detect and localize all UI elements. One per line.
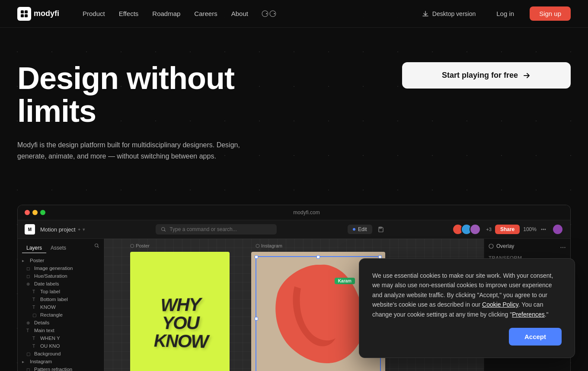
poster-frame-label: ⬡ Poster — [130, 243, 150, 249]
layer-pattern[interactable]: ◻ Pattern refraction — [18, 365, 104, 371]
maximize-traffic-light[interactable] — [40, 210, 45, 215]
nav-careers[interactable]: Careers — [188, 7, 223, 20]
close-traffic-light[interactable] — [25, 210, 30, 215]
layer-text-icon: T — [32, 305, 38, 310]
nav-effects[interactable]: Effects — [113, 7, 145, 20]
current-user-avatar — [552, 224, 563, 235]
layer-arrow-icon: ▸ — [22, 359, 27, 364]
cookie-actions: Accept — [372, 328, 562, 346]
nav-product[interactable]: Product — [77, 7, 111, 20]
toolbar-right: +3 Share 100% — [455, 224, 563, 235]
svg-point-7 — [544, 229, 546, 230]
layer-hue-sat-1[interactable]: ◻ Hue/Saturation — [18, 272, 104, 280]
user-cursor-badge: Karam — [335, 278, 355, 284]
layer-rectangle[interactable]: ▢ Rectangle — [18, 311, 104, 319]
poster-art-text: WHYYOUKNOW — [153, 295, 208, 352]
nav-right: Desktop version Log in Sign up — [417, 6, 571, 21]
layer-poster[interactable]: ▸ Poster — [18, 257, 104, 264]
project-name: Motion project ✦ ▾ — [40, 226, 85, 233]
overlay-icon — [489, 244, 494, 249]
logo-icon — [17, 7, 31, 21]
layer-text-icon: T — [32, 336, 38, 341]
edit-indicator — [353, 228, 355, 231]
layer-know[interactable]: T KNOW — [18, 303, 104, 311]
hero-headline: Design without limits — [17, 62, 320, 127]
selection-handle-ml[interactable] — [255, 317, 258, 320]
selection-handle-tm[interactable] — [316, 255, 320, 259]
selection-handle-tl[interactable] — [255, 255, 258, 259]
app-logo-small: M — [25, 224, 35, 235]
app-toolbar: M Motion project ✦ ▾ Type a command or s… — [18, 220, 570, 239]
layer-when-y[interactable]: T WHEN Y — [18, 334, 104, 342]
logo[interactable]: modyfi — [17, 7, 59, 21]
layer-type-icon: ◻ — [26, 274, 32, 279]
desktop-version-button[interactable]: Desktop version — [417, 8, 481, 20]
layer-date-labels[interactable]: ⊕ Date labels — [18, 280, 104, 288]
layer-text-icon: T — [32, 289, 38, 294]
search-icon — [161, 227, 166, 232]
layer-ou-kno[interactable]: T OU KNO — [18, 342, 104, 350]
collaborator-avatars — [455, 224, 481, 235]
svg-point-12 — [562, 247, 563, 248]
cookie-policy-link[interactable]: Cookie Policy — [482, 301, 518, 308]
cta-button[interactable]: Start playing for free — [402, 62, 571, 89]
more-icon[interactable] — [560, 244, 566, 251]
app-search-bar[interactable]: Type a command or search... — [156, 224, 277, 235]
svg-point-10 — [489, 244, 493, 248]
layer-group-icon: ⊕ — [26, 320, 32, 325]
svg-point-8 — [541, 229, 542, 230]
search-layers-icon[interactable] — [94, 243, 99, 248]
zoom-level: 100% — [523, 226, 537, 232]
svg-rect-1 — [25, 10, 28, 13]
layer-type-icon: ◻ — [26, 367, 32, 371]
svg-rect-2 — [21, 14, 24, 17]
layer-group-icon: ⊕ — [26, 282, 32, 286]
layer-rect-icon: ▢ — [26, 352, 32, 356]
svg-point-6 — [543, 229, 544, 230]
brand-name: modyfi — [34, 9, 59, 18]
panel-tabs: Layers Assets — [18, 243, 104, 253]
cookie-banner: We use essential cookies to make our sit… — [359, 258, 575, 358]
nav-roadmap[interactable]: Roadmap — [146, 7, 186, 20]
layer-text-icon: T — [32, 344, 38, 349]
svg-point-13 — [564, 247, 565, 248]
layer-arrow-icon: ▸ — [22, 258, 27, 263]
signup-button[interactable]: Sign up — [530, 6, 571, 21]
save-icon[interactable] — [377, 226, 384, 233]
overlay-section-header: Overlay — [489, 243, 566, 252]
login-button[interactable]: Log in — [488, 6, 523, 21]
nav-extras-icon[interactable]: ⚆⚆ — [256, 6, 282, 22]
layer-main-text[interactable]: T Main text — [18, 327, 104, 334]
edit-mode-button[interactable]: Edit — [348, 225, 372, 234]
layer-type-icon: ◻ — [26, 266, 32, 271]
svg-rect-5 — [380, 227, 381, 228]
extra-collaborators: +3 — [486, 227, 492, 232]
preferences-link[interactable]: Preferences — [512, 311, 544, 318]
share-button[interactable]: Share — [495, 225, 520, 234]
svg-point-9 — [95, 244, 98, 247]
overlay-label-text: Overlay — [496, 243, 514, 249]
avatar-3 — [470, 224, 481, 235]
nav-about[interactable]: About — [225, 7, 254, 20]
download-icon — [422, 10, 429, 17]
hero-subtext: Modyfi is the design platform built for … — [17, 140, 259, 162]
traffic-lights — [25, 210, 45, 215]
instagram-frame-label: ⬡ Instagram — [256, 243, 282, 249]
svg-rect-0 — [21, 10, 24, 13]
layer-background[interactable]: ▢ Background — [18, 350, 104, 358]
layer-top-label[interactable]: T Top label — [18, 288, 104, 295]
tab-layers[interactable]: Layers — [22, 243, 46, 253]
arrow-right-icon — [522, 71, 531, 80]
svg-point-11 — [560, 247, 561, 248]
minimize-traffic-light[interactable] — [32, 210, 38, 215]
layer-details[interactable]: ⊕ Details — [18, 319, 104, 327]
layer-text-icon: T — [26, 328, 32, 333]
tab-assets[interactable]: Assets — [46, 243, 70, 253]
more-options-icon[interactable] — [540, 226, 547, 233]
poster-frame: WHYYOUKNOW — [130, 252, 230, 371]
layer-image-gen[interactable]: ◻ Image generation — [18, 264, 104, 272]
layer-bottom-label[interactable]: T Bottom label — [18, 295, 104, 303]
layer-instagram[interactable]: ▸ Instagram — [18, 358, 104, 365]
accept-button[interactable]: Accept — [509, 328, 562, 346]
layer-text-icon: T — [32, 297, 38, 302]
